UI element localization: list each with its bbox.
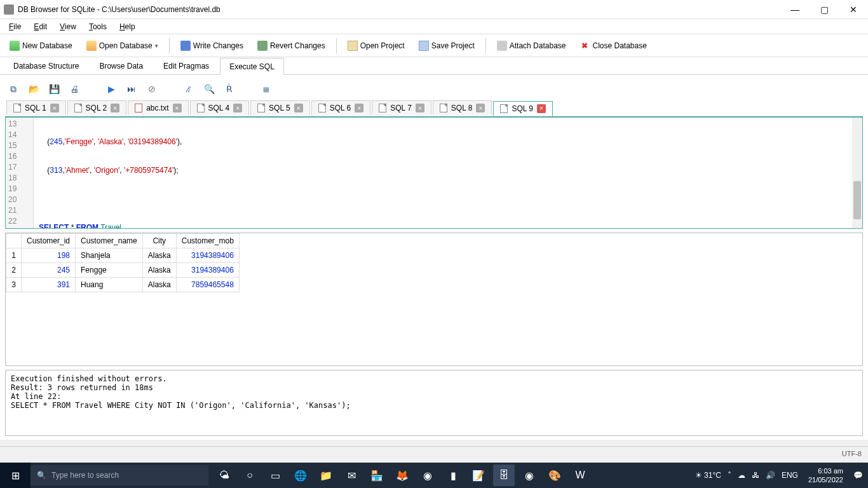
tab-execute-sql[interactable]: Execute SQL xyxy=(220,58,284,75)
paint-icon[interactable]: 🎨 xyxy=(544,464,566,486)
new-sql-tab-button[interactable] xyxy=(8,83,19,95)
close-database-button[interactable]: ✖Close Database xyxy=(574,37,652,54)
word-icon[interactable]: W xyxy=(569,464,591,486)
minimize-button[interactable]: — xyxy=(780,0,810,19)
open-database-button[interactable]: Open Database xyxy=(81,37,164,54)
open-sql-file-button[interactable] xyxy=(28,83,39,95)
execution-log[interactable]: Execution finished without errors. Resul… xyxy=(5,370,863,436)
close-tab-icon[interactable]: × xyxy=(416,104,424,112)
weather-widget-icon[interactable]: 🌤 xyxy=(214,464,235,486)
tab-edit-pragmas[interactable]: Edit Pragmas xyxy=(154,57,219,74)
terminal-icon[interactable]: ▮ xyxy=(442,464,464,486)
menu-file[interactable]: File xyxy=(4,21,26,32)
sql-file-tabs: SQL 1× SQL 2× abc.txt× SQL 4× SQL 5× SQL… xyxy=(5,99,863,117)
results-table: Customer_id Customer_name City Customer_… xyxy=(6,233,240,292)
sql-tab-7[interactable]: SQL 7× xyxy=(372,100,431,115)
row-number-header xyxy=(6,234,22,248)
sql-tab-label: SQL 1 xyxy=(25,104,46,112)
sql-tab-1[interactable]: SQL 1× xyxy=(6,100,66,115)
sql-tab-6[interactable]: SQL 6× xyxy=(311,100,371,115)
network-icon[interactable]: 🖧 xyxy=(752,471,759,480)
attach-icon xyxy=(497,41,507,51)
chrome-icon-2[interactable]: ◉ xyxy=(519,464,540,486)
close-tab-icon[interactable]: × xyxy=(50,104,59,112)
save-project-button[interactable]: Save Project xyxy=(413,37,480,54)
taskbar-search[interactable]: 🔍 Type here to search xyxy=(31,465,208,485)
notepad-icon[interactable]: 📝 xyxy=(468,464,489,486)
menu-tools[interactable]: Tools xyxy=(84,21,112,32)
find-replace-button[interactable] xyxy=(224,83,235,95)
table-row[interactable]: 1198ShanjelaAlaska3194389406 xyxy=(6,248,240,263)
mail-icon[interactable]: ✉ xyxy=(341,464,362,486)
menu-help[interactable]: Help xyxy=(114,21,140,32)
write-changes-button[interactable]: Write Changes xyxy=(175,37,249,54)
sql-tab-5[interactable]: SQL 5× xyxy=(250,100,310,115)
execute-current-line-button[interactable] xyxy=(126,83,137,95)
sql-tab-8[interactable]: SQL 8× xyxy=(433,100,492,115)
encoding-indicator[interactable]: UTF-8 xyxy=(842,450,862,458)
taskbar-pinned-apps: 🌤 ○ ▭ 🌐 📁 ✉ 🏪 🦊 ◉ ▮ 📝 🗄 ◉ 🎨 W xyxy=(208,464,690,486)
sql-tab-4[interactable]: SQL 4× xyxy=(190,100,250,115)
attach-database-button[interactable]: Attach Database xyxy=(491,37,572,54)
cortana-icon[interactable]: ▭ xyxy=(264,464,286,486)
database-new-icon xyxy=(10,41,20,51)
menu-view[interactable]: View xyxy=(55,21,81,32)
sql-editor[interactable]: 13141516171819202122 (245,'Fengge', 'Ala… xyxy=(5,117,863,229)
sql-tab-2[interactable]: SQL 2× xyxy=(67,100,127,115)
close-tab-icon[interactable]: × xyxy=(355,104,363,112)
sql-tab-3[interactable]: abc.txt× xyxy=(128,100,188,115)
column-header[interactable]: City xyxy=(142,234,176,248)
file-explorer-icon[interactable]: 📁 xyxy=(315,464,337,486)
maximize-button[interactable]: ▢ xyxy=(810,0,839,19)
table-row[interactable]: 3391HuangAlaska7859465548 xyxy=(6,278,240,292)
close-tab-icon[interactable]: × xyxy=(537,104,546,113)
language-indicator[interactable]: ENG xyxy=(782,471,798,480)
menu-edit[interactable]: Edit xyxy=(29,21,52,32)
open-project-button[interactable]: Open Project xyxy=(342,37,410,54)
stop-execution-button[interactable] xyxy=(146,83,158,95)
tab-database-structure[interactable]: Database Structure xyxy=(4,57,88,74)
sql-tab-label: SQL 7 xyxy=(390,104,412,112)
find-button[interactable] xyxy=(203,83,215,95)
print-button[interactable] xyxy=(69,83,80,95)
sql-code-area[interactable]: (245,'Fengge', 'Alaska', '03194389406'),… xyxy=(34,118,862,228)
column-header[interactable]: Customer_id xyxy=(22,234,76,248)
start-button[interactable]: ⊞ xyxy=(0,463,31,488)
scrollbar-thumb[interactable] xyxy=(853,181,861,219)
close-tab-icon[interactable]: × xyxy=(476,104,485,112)
search-placeholder: Type here to search xyxy=(51,471,119,480)
close-tab-icon[interactable]: × xyxy=(233,104,242,112)
firefox-icon[interactable]: 🦊 xyxy=(391,464,413,486)
revert-icon xyxy=(257,41,268,51)
close-tab-icon[interactable]: × xyxy=(294,104,303,112)
save-results-button[interactable] xyxy=(183,83,194,95)
format-sql-button[interactable] xyxy=(261,83,272,95)
column-header[interactable]: Customer_mob xyxy=(176,234,239,248)
app-icon xyxy=(4,4,14,15)
execute-all-button[interactable] xyxy=(105,83,117,95)
close-tab-icon[interactable]: × xyxy=(173,104,182,112)
close-database-label: Close Database xyxy=(592,41,646,50)
table-row[interactable]: 2245FenggeAlaska3194389406 xyxy=(6,263,240,278)
tray-chevron-icon[interactable]: ˄ xyxy=(728,471,731,480)
volume-icon[interactable]: 🔊 xyxy=(766,471,775,480)
editor-scrollbar[interactable] xyxy=(852,118,862,228)
sql-tab-9[interactable]: SQL 9× xyxy=(493,101,553,116)
db-browser-icon[interactable]: 🗄 xyxy=(493,464,515,486)
save-sql-file-button[interactable] xyxy=(48,83,60,95)
onedrive-icon[interactable]: ☁ xyxy=(738,471,745,480)
close-window-button[interactable]: ✕ xyxy=(839,0,868,19)
project-save-icon xyxy=(419,41,429,51)
revert-changes-button[interactable]: Revert Changes xyxy=(252,37,331,54)
tab-browse-data[interactable]: Browse Data xyxy=(90,57,153,74)
weather-temp[interactable]: ☀ 31°C xyxy=(695,471,721,480)
new-database-button[interactable]: New Database xyxy=(4,37,78,54)
column-header[interactable]: Customer_name xyxy=(76,234,143,248)
task-view-icon[interactable]: ○ xyxy=(239,464,261,486)
taskbar-clock[interactable]: 6:03 am 21/05/2022 xyxy=(804,466,847,484)
notifications-icon[interactable]: 💬 xyxy=(853,471,863,480)
chrome-icon[interactable]: ◉ xyxy=(417,464,438,486)
close-tab-icon[interactable]: × xyxy=(111,104,119,112)
edge-icon[interactable]: 🌐 xyxy=(290,464,311,486)
store-icon[interactable]: 🏪 xyxy=(366,464,388,486)
